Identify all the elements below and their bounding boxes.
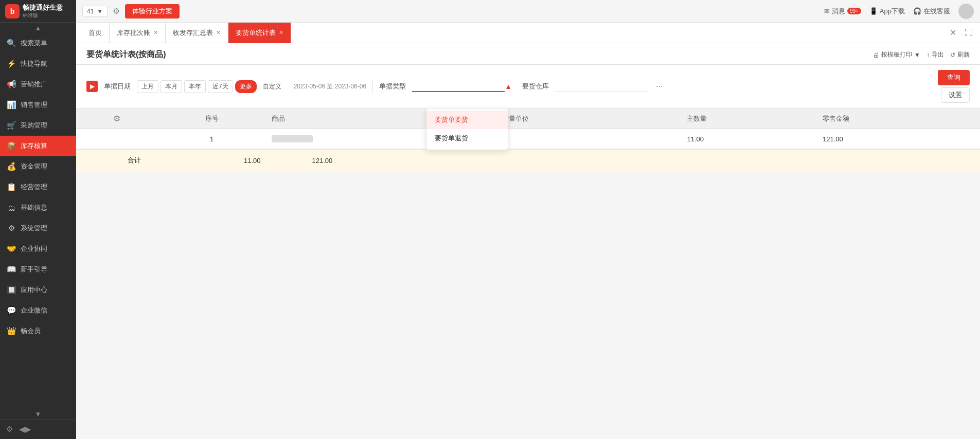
tab-receivable-summary[interactable]: 收发存汇总表✕ — [166, 23, 228, 43]
page-actions: 🖨 按模板打印 ▼ ↑ 导出 ↺ 刷新 — [873, 50, 970, 59]
tab-close-order-stats[interactable]: ✕ — [279, 29, 283, 36]
messages-item[interactable]: ✉ 消息 99+ — [824, 7, 861, 16]
table-row: 1 块 11.00 121.00 — [76, 129, 980, 149]
custom-date-btn[interactable]: 自定义 — [259, 81, 286, 93]
sidebar-item-search[interactable]: 🔍搜索菜单 — [0, 33, 76, 53]
last-7days-btn[interactable]: 近7天 — [208, 80, 233, 93]
app-center-icon: 🔲 — [6, 285, 16, 295]
online-service-label: 在线客服 — [923, 7, 950, 16]
search-icon: 🔍 — [6, 38, 16, 48]
promo-button[interactable]: 体验行业方案 — [125, 4, 180, 19]
filter-expand-button[interactable]: ▶ — [86, 81, 98, 92]
cell-unit-0: 块 — [489, 129, 681, 149]
settings-icon[interactable]: ⚙ — [6, 425, 13, 434]
sidebar-label-sys-mgmt: 系统管理 — [21, 224, 47, 233]
date-filter-buttons: 上月 本月 本年 近7天 更多 自定义 — [137, 80, 286, 93]
tab-close-receivable-summary[interactable]: ✕ — [216, 29, 221, 36]
tabs-bar: 首页库存批次账✕收发存汇总表✕要货单统计表✕ ✕ ⛶ — [76, 23, 980, 43]
type-filter-input[interactable] — [412, 81, 505, 92]
sidebar-item-purchase-mgmt[interactable]: 🛒采购管理 — [0, 115, 76, 136]
filter-bar: ▶ 单据日期 上月 本月 本年 近7天 更多 自定义 2023-05-06 至 … — [76, 65, 980, 108]
sidebar-item-sys-mgmt[interactable]: ⚙系统管理 — [0, 218, 76, 239]
cell-check-0 — [76, 129, 158, 149]
sidebar-item-sales-mgmt[interactable]: 📊销售管理 — [0, 95, 76, 115]
sidebar-item-fund-mgmt[interactable]: 💰资金管理 — [0, 156, 76, 177]
th-amount: 零售金额 — [816, 108, 980, 129]
last-month-btn[interactable]: 上月 — [137, 80, 158, 93]
branch-selector[interactable]: 41 ▼ — [82, 6, 108, 17]
tab-inventory-batch[interactable]: 库存批次账✕ — [110, 23, 166, 43]
sidebar-label-enterprise-collab: 企业协同 — [21, 244, 47, 253]
sidebar-item-enterprise-wechat[interactable]: 💬企业微信 — [0, 300, 76, 321]
sidebar: b 畅捷通好生意 标准版 ▲ 🔍搜索菜单⚡快捷导航📢营销推广📊销售管理🛒采购管理… — [0, 0, 76, 439]
export-label: 导出 — [932, 50, 944, 59]
sidebar-item-basic-info[interactable]: 🗂基础信息 — [0, 197, 76, 218]
export-action[interactable]: ↑ 导出 — [926, 50, 944, 59]
print-icon: 🖨 — [873, 51, 879, 59]
collapse-icon[interactable]: ◀▶ — [19, 425, 31, 434]
settings-button[interactable]: 设置 — [941, 87, 970, 103]
dropdown-item-order-goods[interactable]: 要货单要货 — [426, 111, 508, 129]
this-year-btn[interactable]: 本年 — [184, 80, 206, 93]
sidebar-label-basic-info: 基础信息 — [21, 203, 47, 212]
fund-mgmt-icon: 💰 — [6, 161, 16, 172]
tab-order-stats[interactable]: 要货单统计表✕ — [228, 23, 291, 43]
page-header: 要货单统计表(按商品) 🖨 按模板打印 ▼ ↑ 导出 ↺ 刷新 — [76, 43, 980, 65]
goods-name-blurred-0 — [272, 135, 313, 142]
date-filter-label: 单据日期 — [104, 82, 131, 91]
filter-more-icon[interactable]: ··· — [656, 82, 663, 91]
sidebar-item-newbie-guide[interactable]: 📖新手引导 — [0, 259, 76, 280]
tab-home[interactable]: 首页 — [81, 23, 110, 43]
purchase-mgmt-icon: 🛒 — [6, 120, 16, 131]
user-avatar[interactable] — [958, 4, 974, 19]
app-download-item[interactable]: 📱 App下载 — [869, 7, 905, 16]
sidebar-item-quick-nav[interactable]: ⚡快捷导航 — [0, 53, 76, 74]
sidebar-label-purchase-mgmt: 采购管理 — [21, 121, 47, 130]
tab-close-inventory-batch[interactable]: ✕ — [153, 29, 158, 36]
refresh-action[interactable]: ↺ 刷新 — [950, 50, 970, 59]
brand-icon: b — [5, 4, 20, 19]
print-action[interactable]: 🖨 按模板打印 ▼ — [873, 50, 920, 59]
sidebar-item-marketing-promo[interactable]: 📢营销推广 — [0, 74, 76, 95]
dropdown-item-order-return[interactable]: 要货单退货 — [426, 129, 508, 148]
tab-close-icon[interactable]: ✕ — [947, 27, 959, 39]
total-amount: 121.00 — [312, 157, 333, 164]
more-dates-btn[interactable]: 更多 — [235, 80, 257, 93]
member-icon: 👑 — [6, 326, 16, 336]
sidebar-label-member: 畅会员 — [21, 326, 41, 336]
column-settings-icon[interactable]: ⚙ — [113, 114, 120, 123]
sidebar-logo: b 畅捷通好生意 标准版 — [0, 0, 76, 23]
tab-expand-icon[interactable]: ⛶ — [961, 27, 976, 39]
tab-label-home: 首页 — [88, 28, 102, 38]
sidebar-scroll-up[interactable]: ▲ — [0, 23, 76, 33]
this-month-btn[interactable]: 本月 — [161, 80, 182, 93]
type-filter-label: 单据类型 — [379, 82, 406, 91]
sidebar-item-member[interactable]: 👑畅会员 — [0, 321, 76, 341]
brand-text: 畅捷通好生意 标准版 — [23, 4, 63, 19]
sidebar-label-biz-mgmt: 经营管理 — [21, 182, 47, 192]
sidebar-item-enterprise-collab[interactable]: 🤝企业协同 — [0, 239, 76, 259]
sidebar-item-biz-mgmt[interactable]: 📋经营管理 — [0, 177, 76, 197]
data-table: ⚙ 序号 商品 主计量单位 主数量 零售金额 1 块 11.00 121.00 — [76, 108, 980, 149]
app-icon: 📱 — [869, 7, 878, 15]
topbar-gear-icon[interactable]: ⚙ — [113, 6, 120, 16]
cell-no-0: 1 — [158, 129, 265, 149]
th-settings[interactable]: ⚙ — [76, 108, 158, 129]
online-service-item[interactable]: 🎧 在线客服 — [913, 7, 950, 16]
sidebar-label-quick-nav: 快捷导航 — [21, 59, 47, 68]
type-filter-select[interactable]: ▲ — [412, 81, 512, 92]
print-label: 按模板打印 — [881, 50, 912, 59]
sidebar-item-app-center[interactable]: 🔲应用中心 — [0, 280, 76, 300]
sidebar-scroll-down[interactable]: ▼ — [0, 409, 76, 419]
sidebar-label-marketing-promo: 营销推广 — [21, 80, 47, 89]
sidebar-item-inventory-calc[interactable]: 📦库存核算 — [0, 136, 76, 156]
query-button[interactable]: 查询 — [938, 70, 970, 85]
enterprise-wechat-icon: 💬 — [6, 305, 16, 316]
sidebar-label-sales-mgmt: 销售管理 — [21, 100, 47, 109]
warehouse-filter-input[interactable] — [555, 81, 648, 92]
main-area: 41 ▼ ⚙ 体验行业方案 ✉ 消息 99+ 📱 App下载 🎧 在线客服 首页… — [76, 0, 980, 439]
type-filter-arrow-icon[interactable]: ▲ — [505, 82, 512, 90]
type-dropdown-menu: 要货单要货 要货单退货 — [426, 108, 508, 150]
sidebar-label-fund-mgmt: 资金管理 — [21, 162, 47, 171]
brand-title: 畅捷通好生意 — [23, 4, 63, 12]
